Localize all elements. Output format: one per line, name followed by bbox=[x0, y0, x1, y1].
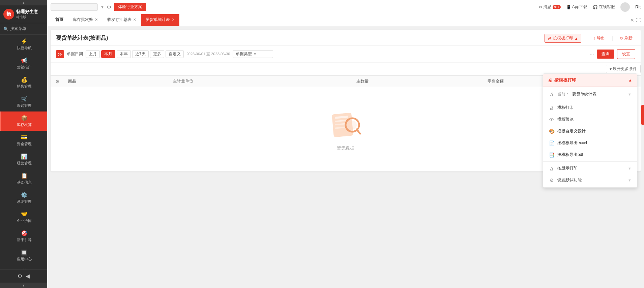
download-icon: 📱 bbox=[566, 5, 571, 9]
dropdown-item-template-preview[interactable]: 👁 模板预览 bbox=[543, 114, 637, 125]
sidebar-search[interactable]: 🔍 搜索菜单 bbox=[0, 23, 47, 35]
sidebar-logo: 畅 畅通好生意 标准版 bbox=[0, 5, 47, 23]
message-icon: ✉ bbox=[539, 5, 542, 9]
tab-order-stats[interactable]: 要货单统计表 ✕ bbox=[141, 14, 179, 26]
dropdown-collapse-icon[interactable]: ▲ bbox=[628, 78, 632, 83]
topbar-gear-icon[interactable]: ⚙ bbox=[107, 4, 111, 10]
dropdown-item-display-print[interactable]: 🖨 按显示打印 ▼ bbox=[543, 162, 637, 174]
topbar-search-dropdown-icon[interactable]: ▼ bbox=[100, 5, 104, 9]
col-quantity: 主数量 bbox=[352, 76, 484, 87]
sidebar-item-wechat[interactable]: 💬 企业微信 bbox=[0, 265, 47, 269]
sidebar: ▲ 畅 畅通好生意 标准版 🔍 搜索菜单 ⚡ 快捷导航 📢 营销推广 💰 销售管… bbox=[0, 0, 47, 288]
inventory-icon: 📦 bbox=[21, 115, 28, 121]
tab-revenue-summary-close[interactable]: ✕ bbox=[133, 18, 136, 22]
date-btn-current-year[interactable]: 本年 bbox=[117, 50, 131, 58]
date-btn-prev-month[interactable]: 上月 bbox=[86, 50, 100, 58]
sidebar-item-collab[interactable]: 🤝 企业协同 bbox=[0, 207, 47, 227]
tabs-expand-icon[interactable]: ⛶ bbox=[636, 18, 641, 23]
col-settings[interactable]: ⚙ bbox=[51, 76, 64, 87]
page-title: 要货单统计表(按商品) bbox=[56, 35, 108, 42]
settings-bottom-icon[interactable]: ⚙ bbox=[18, 273, 22, 279]
scrollbar-thumb[interactable] bbox=[641, 105, 644, 125]
ellipsis-icon[interactable]: ··· bbox=[590, 51, 594, 57]
table-settings-icon[interactable]: ⚙ bbox=[55, 79, 60, 84]
finance-icon: 💳 bbox=[21, 134, 28, 140]
dropdown-current-item[interactable]: 🖨 当前： 要货单统计表 ▼ bbox=[543, 88, 637, 100]
export-icon: ↑ bbox=[593, 36, 595, 41]
sidebar-item-finance[interactable]: 💳 资金管理 bbox=[0, 131, 47, 150]
type-dropdown-arrow-icon: ▼ bbox=[253, 52, 257, 56]
app-center-icon: 🔲 bbox=[21, 249, 28, 256]
default-function-arrow-icon: ▼ bbox=[628, 178, 632, 182]
date-btn-custom[interactable]: 自定义 bbox=[166, 50, 184, 58]
filter-toggle-button[interactable]: ≫ bbox=[56, 50, 64, 58]
dropdown-current-icon: 🖨 bbox=[549, 92, 555, 97]
sidebar-item-basics[interactable]: 📋 基础信息 bbox=[0, 169, 47, 188]
sidebar-item-system[interactable]: ⚙️ 系统管理 bbox=[0, 188, 47, 207]
export-excel-icon: 📄 bbox=[549, 140, 555, 146]
sidebar-item-purchase[interactable]: 🛒 采购管理 bbox=[0, 92, 47, 111]
sidebar-item-operations[interactable]: 📊 经营管理 bbox=[0, 150, 47, 169]
date-btn-current-month[interactable]: 本月 bbox=[101, 50, 115, 58]
tab-batch-account[interactable]: 库存批次账 ✕ bbox=[68, 14, 103, 26]
dropdown-item-template-print[interactable]: 🖨 模板打印 bbox=[543, 102, 637, 114]
basics-icon: 📋 bbox=[21, 172, 28, 179]
print-dropdown-menu: 🖨 按模板打印 ▲ 🖨 当前： 要货单统计表 ▼ 🖨 模板打印 bbox=[543, 73, 637, 188]
sidebar-scroll-up[interactable]: ▲ bbox=[0, 0, 47, 5]
avatar[interactable] bbox=[620, 2, 630, 12]
refresh-icon: ↺ bbox=[620, 36, 623, 41]
date-btn-more[interactable]: 更多 bbox=[150, 50, 164, 58]
online-service-button[interactable]: 🎧 在线客服 bbox=[593, 4, 615, 10]
sidebar-item-quick-nav[interactable]: ⚡ 快捷导航 bbox=[0, 35, 47, 54]
tabs-bar-right: ✕ ⛶ bbox=[630, 14, 644, 26]
export-button[interactable]: ↑ 导出 bbox=[591, 34, 608, 42]
marketing-icon: 📢 bbox=[21, 57, 28, 64]
message-button[interactable]: ✉ 消息 99+ bbox=[539, 4, 560, 10]
tab-order-stats-close[interactable]: ✕ bbox=[172, 18, 175, 22]
refresh-button[interactable]: ↺ 刷新 bbox=[617, 34, 635, 42]
topbar: ▼ ⚙ 体验行业方案 ✉ 消息 99+ 📱 App下载 🎧 在线客服 Rit bbox=[47, 0, 644, 14]
sidebar-item-sales[interactable]: 💰 销售管理 bbox=[0, 73, 47, 92]
dropdown-item-export-excel[interactable]: 📄 按模板导出excel bbox=[543, 137, 637, 149]
current-arrow-icon: ▼ bbox=[628, 92, 632, 96]
page-content: 要货单统计表(按商品) 🖨 按模板打印 ▲ | ↑ 导出 | ↺ bbox=[47, 26, 644, 288]
dropdown-item-default-function[interactable]: ⚙ 设置默认功能 ▼ bbox=[543, 174, 637, 186]
scrollbar-track[interactable] bbox=[641, 26, 644, 288]
main-area: ▼ ⚙ 体验行业方案 ✉ 消息 99+ 📱 App下载 🎧 在线客服 Rit 首… bbox=[47, 0, 644, 288]
app-download-button[interactable]: 📱 App下载 bbox=[566, 4, 587, 10]
dropdown-divider-2 bbox=[543, 161, 637, 162]
tabs-close-all-icon[interactable]: ✕ bbox=[630, 18, 634, 23]
type-filter-select[interactable]: 单据类型 ▼ bbox=[233, 50, 273, 58]
template-design-icon: 🎨 bbox=[549, 129, 555, 134]
promo-button[interactable]: 体验行业方案 bbox=[114, 3, 146, 11]
sidebar-nav: ⚡ 快捷导航 📢 营销推广 💰 销售管理 🛒 采购管理 📦 库存核算 💳 资金管… bbox=[0, 35, 47, 269]
sidebar-scroll-down[interactable]: ▼ bbox=[0, 283, 47, 288]
tab-revenue-summary[interactable]: 收发存汇总表 ✕ bbox=[103, 14, 141, 26]
expand-conditions-button[interactable]: ▾ 展开更多条件 bbox=[606, 65, 641, 73]
sidebar-item-app-center[interactable]: 🔲 应用中心 bbox=[0, 246, 47, 265]
filter-bar: ≫ 单据日期 上月 本月 本年 近7天 更多 自定义 2023-06-01 至 … bbox=[51, 46, 641, 63]
dropdown-item-template-design[interactable]: 🎨 模板自定义设计 bbox=[543, 125, 637, 137]
guide-icon: 🎯 bbox=[21, 230, 28, 236]
dropdown-print-icon: 🖨 bbox=[548, 78, 552, 83]
date-btn-7days[interactable]: 近7天 bbox=[132, 50, 149, 58]
template-preview-icon: 👁 bbox=[549, 117, 555, 122]
topbar-search-input[interactable] bbox=[51, 3, 98, 11]
page-header: 要货单统计表(按商品) 🖨 按模板打印 ▲ | ↑ 导出 | ↺ bbox=[51, 30, 641, 46]
collapse-icon[interactable]: ◀ bbox=[26, 273, 30, 279]
print-template-button[interactable]: 🖨 按模板打印 ▲ bbox=[545, 34, 581, 43]
dropdown-divider-1 bbox=[543, 101, 637, 101]
query-button[interactable]: 查询 bbox=[597, 50, 614, 59]
display-print-arrow-icon: ▼ bbox=[628, 166, 632, 170]
default-function-icon: ⚙ bbox=[549, 178, 555, 183]
sidebar-item-marketing[interactable]: 📢 营销推广 bbox=[0, 54, 47, 73]
sidebar-item-guide[interactable]: 🎯 新手引导 bbox=[0, 227, 47, 246]
service-icon: 🎧 bbox=[593, 5, 598, 9]
settings-filter-button[interactable]: 设置 bbox=[617, 49, 635, 59]
tab-batch-account-close[interactable]: ✕ bbox=[95, 18, 98, 22]
dropdown-item-export-pdf[interactable]: 📑 按模板导出pdf bbox=[543, 149, 637, 161]
print-icon: 🖨 bbox=[548, 36, 552, 41]
tab-home[interactable]: 首页 bbox=[51, 14, 68, 26]
sidebar-item-inventory[interactable]: 📦 库存核算 bbox=[0, 111, 47, 131]
topbar-right: ✉ 消息 99+ 📱 App下载 🎧 在线客服 Rit bbox=[539, 2, 641, 12]
